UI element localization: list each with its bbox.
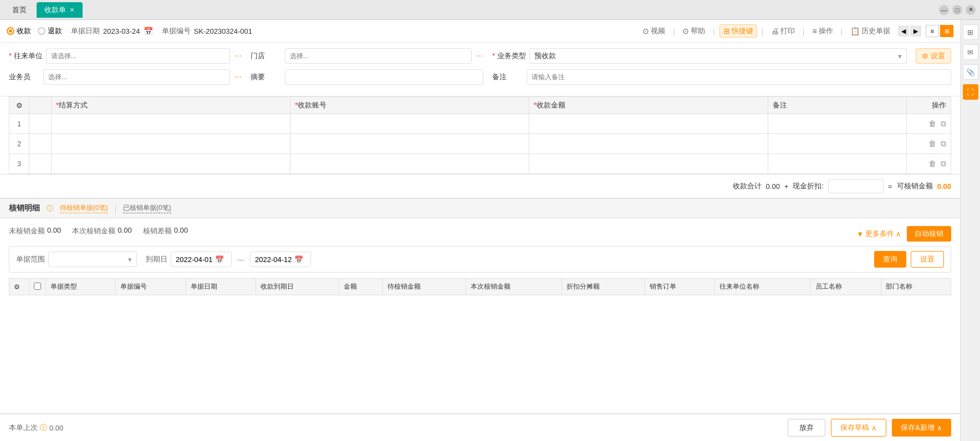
store-more-icon[interactable]: ··· [476, 51, 483, 61]
print-button[interactable]: 🖨 打印 [768, 25, 798, 37]
carry-forward-info-icon[interactable]: ⓘ [40, 423, 47, 433]
window-close-button[interactable]: ✕ [966, 5, 976, 15]
row-1-num: 1 [9, 114, 29, 134]
staff-input[interactable] [43, 69, 230, 85]
bottom-checkbox-header[interactable] [29, 279, 46, 295]
attach-icon: 📎 [966, 68, 975, 76]
filter-settings-button[interactable]: 设置 [911, 251, 944, 268]
store-input[interactable] [285, 48, 472, 64]
sidebar-expand-icon[interactable]: ⛶ [963, 84, 978, 100]
row-2-amount[interactable] [529, 134, 768, 154]
refund-radio[interactable]: 退款 [38, 26, 62, 36]
pending-tab-link[interactable]: 待核销单据(0笔) [60, 203, 108, 213]
calendar-icon[interactable]: 📅 [144, 27, 153, 35]
right-sidebar: ⊞ ✉ 📎 ⛶ [960, 20, 980, 441]
remark-input[interactable] [527, 69, 951, 85]
business-type-label: 业务类型 [492, 51, 526, 61]
business-type-select[interactable]: 预收款 ▾ [529, 48, 907, 64]
form-row-2: 业务员 ··· 摘要 备注 [9, 69, 951, 85]
partner-more-icon[interactable]: ··· [234, 51, 242, 61]
view-toggle: ≡ ⊞ [926, 25, 953, 37]
table-num-header [29, 97, 52, 114]
net-label: 可核销金额 [897, 181, 933, 191]
more-conditions-label: 更多条件 [865, 229, 894, 239]
receipt-radio[interactable]: 收款 [7, 26, 31, 36]
help-icon: ⊙ [682, 27, 689, 35]
row-3-copy-icon[interactable]: ⧉ [941, 159, 946, 168]
bottom-amount-header: 金额 [339, 279, 383, 295]
row-1-delete-icon[interactable]: 🗑 [928, 119, 936, 128]
save-new-arrow-icon: ∧ [937, 424, 942, 432]
row-2-delete-icon[interactable]: 🗑 [928, 139, 936, 148]
range-select[interactable]: ▾ [48, 252, 137, 267]
date-range-dash: — [237, 255, 244, 264]
discard-button[interactable]: 放弃 [788, 419, 825, 437]
row-2-actions: 🗑 ⧉ [907, 134, 951, 154]
shortcut-button[interactable]: ⊞ 快捷键 [719, 24, 757, 38]
tab-separator: | [115, 204, 116, 213]
help-button[interactable]: ⊙ 帮助 [679, 25, 708, 37]
row-1-copy-icon[interactable]: ⧉ [941, 119, 946, 128]
bottom-staff-name-header: 员工名称 [811, 279, 881, 295]
row-1-amount[interactable] [529, 114, 768, 134]
discount-input[interactable] [828, 179, 884, 193]
select-all-checkbox[interactable] [34, 283, 41, 290]
bottom-pending-header: 待核销金额 [383, 279, 466, 295]
row-2-payment[interactable] [52, 134, 290, 154]
row-3-amount[interactable] [529, 154, 768, 174]
auto-verify-button[interactable]: 自动核销 [907, 226, 951, 242]
staff-more-icon[interactable]: ··· [234, 72, 242, 82]
more-conditions-button[interactable]: ▼ 更多条件 ∧ [856, 229, 901, 239]
date-end-picker[interactable]: 2022-04-12 📅 [250, 252, 311, 267]
history-button[interactable]: 📋 历史单据 [847, 25, 894, 37]
window-minimize-button[interactable]: — [939, 5, 949, 15]
partner-field: 往来单位 ··· [9, 48, 242, 64]
row-2-account[interactable] [290, 134, 529, 154]
sidebar-mail-icon[interactable]: ✉ [963, 44, 978, 60]
settings-button[interactable]: ⚙ 设置 [916, 48, 951, 64]
date-start-picker[interactable]: 2022-04-01 📅 [171, 252, 232, 267]
video-button[interactable]: ⊙ 视频 [639, 25, 668, 37]
tab-home-label: 首页 [12, 5, 27, 15]
view-grid-button[interactable]: ⊞ [940, 25, 953, 37]
partner-input[interactable] [46, 48, 230, 64]
sidebar-attach-icon[interactable]: 📎 [963, 64, 978, 80]
row-1-payment[interactable] [52, 114, 290, 134]
save-new-button[interactable]: 保存&新增 ∧ [892, 419, 951, 437]
nav-next-button[interactable]: ▶ [910, 25, 921, 37]
query-button[interactable]: 查询 [874, 251, 906, 268]
shortcut-label: 快捷键 [732, 26, 753, 36]
nav-prev-button[interactable]: ◀ [898, 25, 909, 37]
tab-receipt-label: 收款单 [44, 5, 66, 15]
row-3-remark[interactable] [768, 154, 906, 174]
row-3-payment[interactable] [52, 154, 290, 174]
row-1-remark[interactable] [768, 114, 906, 134]
operation-button[interactable]: ≡ 操作 [809, 25, 836, 37]
staff-label: 业务员 [9, 72, 40, 82]
sidebar-table-icon[interactable]: ⊞ [963, 24, 978, 40]
done-tab-link[interactable]: 已核销单据(0笔) [123, 203, 171, 213]
calendar-start-icon: 📅 [215, 255, 224, 264]
row-3-delete-icon[interactable]: 🗑 [928, 159, 936, 168]
operation-label: 操作 [819, 26, 833, 36]
tab-close-icon[interactable]: ✕ [69, 6, 75, 14]
save-draft-button[interactable]: 保存草稿 ∧ [831, 419, 886, 437]
verification-info-icon[interactable]: ⓘ [47, 204, 53, 213]
number-label: 单据编号 [162, 26, 191, 36]
footer-buttons: 放弃 保存草稿 ∧ 保存&新增 ∧ [788, 419, 951, 437]
row-2-remark[interactable] [768, 134, 906, 154]
summary-input[interactable] [285, 69, 483, 85]
view-list-button[interactable]: ≡ [926, 25, 939, 37]
window-maximize-button[interactable]: □ [952, 5, 962, 15]
row-2-copy-icon[interactable]: ⧉ [941, 139, 946, 148]
tab-receipt[interactable]: 收款单 ✕ [37, 2, 83, 18]
row-3-account[interactable] [290, 154, 529, 174]
window-controls: — □ ✕ [939, 5, 976, 15]
receipt-table: ⚙ *结算方式 *收款账号 *收款金额 备注 操作 1 [9, 96, 951, 174]
table-settings-header[interactable]: ⚙ [9, 97, 29, 114]
bottom-settings-header[interactable]: ⚙ [9, 279, 29, 295]
table-area: ⚙ *结算方式 *收款账号 *收款金额 备注 操作 1 [0, 96, 960, 174]
tab-home[interactable]: 首页 [4, 2, 34, 18]
row-1-account[interactable] [290, 114, 529, 134]
number-field: 单据编号 SK-20230324-001 [162, 26, 253, 36]
